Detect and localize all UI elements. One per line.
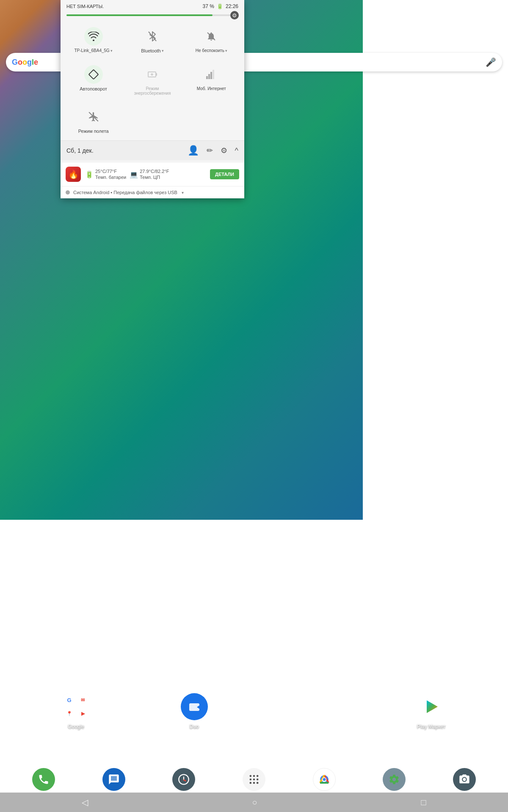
autorotate-label: Автоповорот	[80, 86, 107, 91]
dnd-icon-wrap	[202, 27, 221, 46]
date-text: Сб, 1 дек.	[66, 147, 94, 154]
wifi-icon	[88, 32, 99, 41]
toggle-bluetooth[interactable]: Bluetooth ▾	[123, 22, 182, 57]
temp2-item: 💻 27.9°C/82.2°F Темп. ЦП	[130, 168, 169, 181]
battery-saver-label-row: Режимэнергосбережения	[134, 86, 171, 96]
mobile-data-icon	[206, 69, 216, 80]
usb-text: Система Android • Передача файлов через …	[73, 190, 177, 195]
toggle-autorotate[interactable]: Автоповорот	[64, 60, 123, 99]
svg-rect-9	[210, 72, 212, 79]
wifi-label-row: TP-Link_6BA4_5G ▾	[74, 48, 112, 53]
status-right: 37 % 🔋 22:26	[203, 3, 238, 9]
temp1-item: 🔋 25°C/77°F Темп. батареи	[85, 168, 126, 181]
time-display: 22:26	[226, 3, 238, 9]
brightness-thumb[interactable]	[230, 11, 239, 19]
autorotate-icon	[88, 69, 99, 80]
mobile-data-label-row: Моб. Интернет	[197, 86, 226, 91]
toggle-airplane[interactable]: Режим полета	[64, 102, 123, 137]
svg-rect-8	[208, 74, 210, 79]
battery-temp-icon: 🔋	[85, 170, 94, 178]
battery-percentage: 37 %	[203, 3, 214, 9]
airplane-icon-wrap	[84, 107, 103, 126]
bluetooth-icon	[148, 31, 157, 42]
sim-status: НЕТ SIM-КАРТЫ.	[66, 4, 104, 9]
autorotate-icon-wrap	[84, 65, 103, 84]
usb-notification[interactable]: Система Android • Передача файлов через …	[61, 186, 244, 198]
wifi-icon-wrap	[84, 27, 103, 46]
bluetooth-label-row: Bluetooth ▾	[141, 48, 163, 53]
dnd-icon	[206, 31, 216, 41]
bluetooth-label: Bluetooth	[141, 48, 160, 53]
battery-saver-icon	[147, 69, 157, 80]
toggle-battery-saver[interactable]: Режимэнергосбережения	[123, 60, 182, 99]
google-logo: Google	[12, 58, 38, 67]
quick-settings-panel: НЕТ SIM-КАРТЫ. 37 % 🔋 22:26	[61, 0, 244, 198]
autorotate-label-row: Автоповорот	[80, 86, 107, 91]
usb-chevron: ▾	[182, 190, 184, 195]
dnd-chevron: ▾	[225, 49, 227, 53]
temp1-values: 25°C/77°F Темп. батареи	[95, 168, 126, 181]
mobile-data-label: Моб. Интернет	[197, 86, 226, 91]
temp1-label: Темп. батареи	[95, 174, 126, 180]
brightness-slider[interactable]	[66, 14, 238, 16]
notif-app-emoji: 🔥	[68, 169, 79, 179]
toggle-grid-row3: Режим полета	[61, 102, 244, 140]
settings-icon[interactable]: ⚙	[221, 146, 227, 155]
temp2-label: Темп. ЦП	[140, 174, 169, 180]
wifi-chevron: ▾	[110, 49, 113, 53]
notification-card[interactable]: 🔥 🔋 25°C/77°F Темп. батареи 💻 27.9°C/82.…	[61, 162, 244, 186]
usb-dot	[66, 190, 70, 195]
bluetooth-chevron: ▾	[162, 49, 164, 53]
edit-icon[interactable]: ✏	[207, 146, 213, 155]
battery-icon: 🔋	[217, 3, 223, 9]
temp1-value: 25°C/77°F	[95, 168, 126, 174]
toggle-dnd[interactable]: Не беспокоить ▾	[182, 22, 241, 57]
account-icon[interactable]: 👤	[188, 145, 199, 156]
cpu-temp-icon: 💻	[130, 170, 138, 178]
svg-rect-7	[206, 76, 208, 79]
toggle-wifi[interactable]: TP-Link_6BA4_5G ▾	[64, 22, 123, 57]
airplane-label-row: Режим полета	[78, 129, 109, 134]
temp2-value: 27.9°C/82.2°F	[140, 168, 169, 174]
date-actions-row: Сб, 1 дек. 👤 ✏ ⚙ ^	[61, 140, 244, 160]
status-bar: НЕТ SIM-КАРТЫ. 37 % 🔋 22:26	[61, 0, 244, 12]
temp2-values: 27.9°C/82.2°F Темп. ЦП	[140, 168, 169, 181]
svg-rect-4	[156, 73, 157, 76]
svg-rect-10	[213, 70, 214, 79]
battery-saver-label: Режимэнергосбережения	[134, 86, 171, 96]
airplane-icon	[88, 111, 99, 122]
dnd-label: Не беспокоить	[196, 48, 224, 53]
toggle-grid-row1: TP-Link_6BA4_5G ▾ Bluetooth ▾	[61, 20, 244, 60]
action-icons: 👤 ✏ ⚙ ^	[188, 145, 238, 156]
bluetooth-icon-wrap	[143, 27, 162, 46]
wifi-label: TP-Link_6BA4_5G	[74, 48, 109, 53]
brightness-row[interactable]	[61, 12, 244, 20]
notif-content: 🔋 25°C/77°F Темп. батареи 💻 27.9°C/82.2°…	[85, 168, 206, 181]
battery-saver-icon-wrap	[143, 65, 162, 84]
toggle-grid-row2: Автоповорот Режимэнергосбережения	[61, 60, 244, 102]
toggle-mobile-data[interactable]: Моб. Интернет	[182, 60, 241, 99]
airplane-label: Режим полета	[78, 129, 109, 134]
mobile-data-icon-wrap	[202, 65, 221, 84]
dnd-label-row: Не беспокоить ▾	[196, 48, 227, 53]
collapse-icon[interactable]: ^	[235, 146, 238, 155]
brightness-fill	[66, 14, 213, 16]
notif-app-icon: 🔥	[66, 167, 81, 182]
details-button[interactable]: ДЕТАЛИ	[210, 169, 239, 179]
svg-rect-2	[88, 70, 98, 80]
